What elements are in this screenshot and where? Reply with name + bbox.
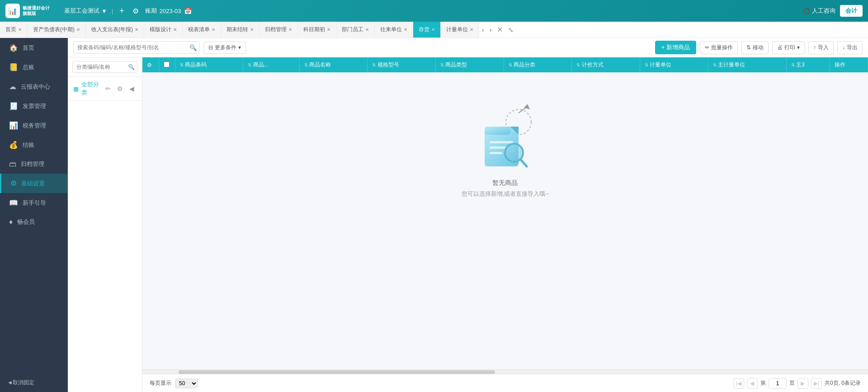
export-button[interactable]: ↓ 导出 bbox=[837, 41, 863, 54]
svg-line-10 bbox=[520, 159, 527, 166]
col-code-header[interactable]: ⇅ 商品... bbox=[243, 57, 299, 72]
filter-icon: ⊟ bbox=[208, 44, 213, 51]
tab-period-close[interactable]: 期末结转 ✕ bbox=[221, 22, 259, 38]
col-extra-header[interactable]: ⇅ 主3 bbox=[786, 57, 830, 72]
prev-page-button[interactable]: ◀ bbox=[747, 378, 758, 389]
tab-inventory[interactable]: 存货 ✕ bbox=[413, 22, 441, 38]
sidebar-item-report[interactable]: ☁ 云报表中心 bbox=[0, 77, 68, 96]
add-product-button[interactable]: + 新增商品 bbox=[655, 41, 696, 54]
filter-search-input[interactable] bbox=[73, 41, 200, 54]
period-value: 2023-03 bbox=[160, 8, 181, 14]
tab-balance-sheet[interactable]: 资产负债表(中期) ✕ bbox=[28, 22, 86, 38]
sort-arrows: ⇅ bbox=[713, 62, 717, 67]
settings-gear-button[interactable]: ⚙ bbox=[131, 7, 141, 15]
print-button[interactable]: 🖨 打印 ▾ bbox=[772, 41, 805, 54]
sort-arrows: ⇅ bbox=[791, 62, 795, 67]
col-checkbox-header[interactable] bbox=[159, 57, 175, 72]
tabs-expand-button[interactable]: ⤡ bbox=[505, 22, 516, 38]
scrollbar-thumb[interactable] bbox=[179, 370, 495, 374]
tab-contacts[interactable]: 往来单位 ✕ bbox=[375, 22, 413, 38]
tabs-prev-button[interactable]: ‹ bbox=[479, 22, 487, 38]
col-main-unit-header[interactable]: ⇅ 主计量单位 bbox=[708, 57, 786, 72]
table-scroll[interactable]: ⚙ ⇅ 商品条码 ⇅ 商品... bbox=[142, 57, 868, 369]
page-prefix-label: 第 bbox=[760, 379, 766, 387]
sidebar: 🏠 首页 📒 总账 ☁ 云报表中心 🧾 发票管理 📊 税务管理 💰 结账 🗃 归… bbox=[0, 38, 68, 392]
category-edit-button[interactable]: ✏ bbox=[103, 84, 113, 94]
user-account-button[interactable]: 会计 bbox=[840, 5, 863, 17]
sidebar-item-ledger[interactable]: 📒 总账 bbox=[0, 57, 68, 77]
col-type-header[interactable]: ⇅ 商品类型 bbox=[435, 57, 504, 72]
tab-dept-close[interactable]: ✕ bbox=[365, 27, 369, 32]
more-conditions-button[interactable]: ⊟ 更多条件 ▾ bbox=[203, 42, 246, 54]
next-page-button[interactable]: ▶ bbox=[797, 378, 808, 389]
tab-archive[interactable]: 归档管理 ✕ bbox=[259, 22, 298, 38]
tab-inventory-close[interactable]: ✕ bbox=[431, 27, 435, 32]
tab-subject-close[interactable]: ✕ bbox=[327, 27, 330, 32]
sidebar-item-home[interactable]: 🏠 首页 bbox=[0, 38, 68, 57]
page-number-input[interactable] bbox=[769, 378, 787, 389]
col-settings-header[interactable]: ⚙ bbox=[142, 57, 159, 72]
col-unit-header[interactable]: ⇅ 计量单位 bbox=[640, 57, 708, 72]
batch-operation-button[interactable]: ✏ 批量操作 bbox=[700, 41, 738, 54]
tab-balance-close[interactable]: ✕ bbox=[76, 27, 80, 32]
consult-button[interactable]: 🎧 人工咨询 bbox=[803, 7, 835, 15]
sidebar-item-tax-label: 税务管理 bbox=[23, 122, 46, 130]
filter-search-icon[interactable]: 🔍 bbox=[189, 44, 197, 51]
tabs-next-button[interactable]: › bbox=[487, 22, 495, 38]
tabs-close-all-button[interactable]: ✕ bbox=[494, 22, 505, 38]
sidebar-item-member[interactable]: ♦ 畅会员 bbox=[0, 213, 68, 231]
tab-archive-close[interactable]: ✕ bbox=[288, 27, 292, 32]
col-spec-header[interactable]: ⇅ 规格型号 bbox=[368, 57, 436, 72]
tab-contacts-close[interactable]: ✕ bbox=[404, 27, 407, 32]
tab-income-close[interactable]: ✕ bbox=[135, 27, 138, 32]
tab-tax-list[interactable]: 税表清单 ✕ bbox=[183, 22, 221, 38]
unpin-label: ◄取消固定 bbox=[7, 379, 34, 387]
col-price-method-header[interactable]: ⇅ 计价方式 bbox=[572, 57, 640, 72]
tab-tax-close[interactable]: ✕ bbox=[212, 27, 215, 32]
print-icon: 🖨 bbox=[777, 44, 783, 51]
tab-unit-close[interactable]: ✕ bbox=[470, 27, 473, 32]
category-all-item[interactable]: ▦ 全部分类 ✏ ⚙ ◀ bbox=[68, 77, 142, 101]
tab-subject-init[interactable]: 科目期初 ✕ bbox=[298, 22, 336, 38]
first-page-button[interactable]: |◀ bbox=[733, 378, 744, 389]
sidebar-item-guide[interactable]: 📖 新手引导 bbox=[0, 193, 68, 213]
archive-icon: 🗃 bbox=[9, 160, 16, 168]
import-button[interactable]: ↑ 导入 bbox=[808, 41, 834, 54]
sidebar-item-settings[interactable]: ⚙ 基础设置 bbox=[0, 174, 68, 193]
category-settings-button[interactable]: ⚙ bbox=[115, 84, 125, 94]
tab-unit[interactable]: 计量单位 ✕ bbox=[441, 22, 479, 38]
last-page-button[interactable]: ▶| bbox=[811, 378, 822, 389]
sidebar-item-archive[interactable]: 🗃 归档管理 bbox=[0, 155, 68, 174]
col-name-header[interactable]: ⇅ 商品名称 bbox=[299, 57, 368, 72]
tab-dept-label: 部门员工 bbox=[342, 26, 363, 33]
company-selector[interactable]: 基层工会测试 ▼ bbox=[64, 7, 107, 15]
tab-home-close[interactable]: ✕ bbox=[18, 27, 22, 32]
sidebar-item-invoice[interactable]: 🧾 发票管理 bbox=[0, 96, 68, 116]
empty-illustration bbox=[469, 99, 541, 172]
move-icon: ⇅ bbox=[746, 44, 751, 51]
horizontal-scrollbar[interactable] bbox=[142, 369, 868, 374]
top-header: 📊 畅捷通好会计 旗舰版 基层工会测试 ▼ | + ⚙ 账期 2023-03 📅… bbox=[0, 0, 868, 22]
tab-template-close[interactable]: ✕ bbox=[173, 27, 177, 32]
move-button[interactable]: ⇅ 移动 bbox=[741, 41, 769, 54]
calendar-icon[interactable]: 📅 bbox=[184, 7, 192, 14]
import-label: 导入 bbox=[818, 44, 829, 52]
per-page-select[interactable]: 10 20 50 100 bbox=[175, 378, 198, 388]
tab-dept-employee[interactable]: 部门员工 ✕ bbox=[336, 22, 375, 38]
guide-icon: 📖 bbox=[9, 198, 18, 207]
col-barcode-header[interactable]: ⇅ 商品条码 bbox=[175, 57, 243, 72]
tab-template[interactable]: 模版设计 ✕ bbox=[144, 22, 183, 38]
sidebar-unpin-button[interactable]: ◄取消固定 bbox=[0, 373, 68, 392]
col-category-header[interactable]: ⇅ 商品分类 bbox=[504, 57, 572, 72]
select-all-checkbox[interactable] bbox=[164, 61, 170, 67]
add-tab-button[interactable]: + bbox=[118, 6, 126, 16]
sort-arrows: ⇅ bbox=[576, 62, 580, 67]
tab-period-close-btn[interactable]: ✕ bbox=[250, 27, 254, 32]
tab-template-label: 模版设计 bbox=[150, 26, 171, 33]
category-all-label: 全部分类 bbox=[81, 80, 100, 97]
category-collapse-button[interactable]: ◀ bbox=[127, 84, 137, 94]
tab-income-expense[interactable]: 收入支出表(年报) ✕ bbox=[86, 22, 144, 38]
sidebar-item-settlement[interactable]: 💰 结账 bbox=[0, 135, 68, 155]
tab-home[interactable]: 首页 ✕ bbox=[0, 22, 28, 38]
sidebar-item-tax[interactable]: 📊 税务管理 bbox=[0, 116, 68, 135]
